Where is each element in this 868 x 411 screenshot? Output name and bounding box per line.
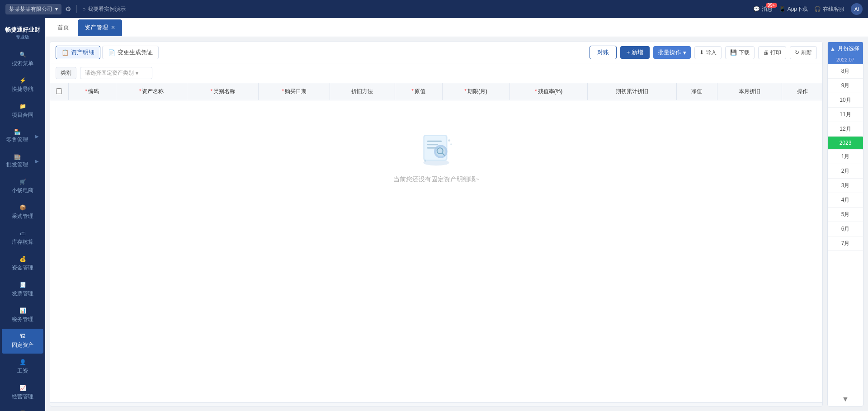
asset-table: *编码 *资产名称 *类别名称 *购买日期 折旧方法 *原值 *期限(月) *残… <box>50 83 822 100</box>
sub-tab-voucher[interactable]: 📄 变更生成凭证 <box>102 46 159 59</box>
tab-home[interactable]: 首页 <box>51 19 76 36</box>
content-area: 首页 资产管理 ✕ 📋 资产明细 📄 <box>45 18 868 411</box>
message-btn[interactable]: 💬 消息 99+ <box>753 5 773 13</box>
tax-label: 税务管理 <box>12 316 33 323</box>
sidebar-item-purchase[interactable]: 📦 采购管理 <box>2 200 43 225</box>
sidebar-item-search[interactable]: 🔍 搜索菜单 <box>2 47 43 72</box>
header-net-value: 净值 <box>676 83 717 100</box>
avatar-text: Ai <box>854 6 859 12</box>
print-button[interactable]: 🖨 打印 <box>758 46 786 59</box>
batch-label: 批量操作 <box>658 48 681 57</box>
svg-point-12 <box>424 160 426 162</box>
table-container: *编码 *资产名称 *类别名称 *购买日期 折旧方法 *原值 *期限(月) *残… <box>50 83 822 402</box>
sidebar-item-retail[interactable]: 🏪 零售管理 ▶ <box>2 124 43 148</box>
month-list: 8月 9月 10月 11月 12月 2023 1月 2月 3月 4月 5月 6月… <box>828 64 863 392</box>
sidebar-item-ecommerce[interactable]: 🛒 小畅电商 <box>2 174 43 199</box>
month-item-2[interactable]: 2月 <box>828 164 863 179</box>
month-item-3[interactable]: 3月 <box>828 179 863 193</box>
user-avatar[interactable]: Ai <box>851 3 863 15</box>
finance-label: 资金管理 <box>12 264 33 272</box>
detail-tab-icon: 📋 <box>61 49 69 56</box>
app-download-btn[interactable]: 📱 App下载 <box>779 5 808 13</box>
tab-bar: 首页 资产管理 ✕ <box>45 18 868 37</box>
select-all-checkbox[interactable] <box>56 88 62 94</box>
wholesale-arrow: ▶ <box>35 159 39 164</box>
month-panel-year-display: 2022.07 <box>828 55 863 64</box>
svg-point-11 <box>450 143 452 145</box>
download-button[interactable]: 💾 下载 <box>725 46 755 59</box>
retail-icon: 🏪 <box>14 129 21 135</box>
toolbar-right: 对账 + 新增 批量操作 ▾ ⬇ 导入 💾 <box>590 46 817 59</box>
sidebar-item-fixed-assets[interactable]: 🏗 固定资产 <box>2 329 43 354</box>
header-name: *资产名称 <box>116 83 187 100</box>
sidebar-item-quick-nav[interactable]: ⚡ 快捷导航 <box>2 73 43 98</box>
month-panel-prev[interactable]: ▲ <box>830 45 836 52</box>
inventory-icon: 🗃 <box>20 230 25 236</box>
company-selector[interactable]: 某某某某有限公司 ▾ <box>5 4 61 14</box>
sidebar-item-tax[interactable]: 📊 税务管理 <box>2 303 43 328</box>
demo-btn[interactable]: ○ 我要看实例演示 <box>82 5 126 13</box>
tab-asset-management[interactable]: 资产管理 ✕ <box>78 19 122 36</box>
add-label: + 新增 <box>627 48 643 57</box>
batch-button[interactable]: 批量操作 ▾ <box>653 46 691 59</box>
main-panel: 📋 资产明细 📄 变更生成凭证 对账 + 新增 <box>50 42 823 406</box>
tab-close-btn[interactable]: ✕ <box>111 24 115 31</box>
month-item-10[interactable]: 10月 <box>828 93 863 108</box>
voucher-tab-icon: 📄 <box>108 49 115 56</box>
header-operation: 操作 <box>782 83 822 100</box>
duizhang-button[interactable]: 对账 <box>590 46 617 59</box>
top-bar-left: 某某某某有限公司 ▾ ⚙ ○ 我要看实例演示 <box>5 4 749 14</box>
month-item-6[interactable]: 6月 <box>828 222 863 236</box>
ecommerce-icon: 🛒 <box>19 179 26 185</box>
settings-icon[interactable]: ⚙ <box>65 5 71 13</box>
month-item-5[interactable]: 5月 <box>828 208 863 222</box>
bottom-scrollbar[interactable] <box>50 402 822 406</box>
svg-rect-3 <box>427 141 442 142</box>
add-button[interactable]: + 新增 <box>620 46 650 59</box>
month-item-1[interactable]: 1月 <box>828 150 863 164</box>
page-content: 📋 资产明细 📄 变更生成凭证 对账 + 新增 <box>45 37 868 411</box>
inventory-label: 库存核算 <box>12 238 33 246</box>
sub-tab-left: 📋 资产明细 📄 变更生成凭证 <box>56 46 159 59</box>
tax-icon: 📊 <box>19 307 26 314</box>
sidebar-item-ledger[interactable]: 📒 总账管理 <box>2 406 43 411</box>
import-button[interactable]: ⬇ 导入 <box>694 46 722 59</box>
month-panel-down-btn[interactable]: ▼ <box>842 395 849 403</box>
refresh-button[interactable]: ↻ 刷新 <box>790 46 817 59</box>
sub-tab-detail[interactable]: 📋 资产明细 <box>56 46 100 59</box>
sidebar-item-inventory[interactable]: 🗃 库存核算 <box>2 226 43 250</box>
download-label: 下载 <box>739 49 750 57</box>
month-item-12[interactable]: 12月 <box>828 122 863 137</box>
empty-illustration <box>414 128 459 168</box>
month-item-8[interactable]: 8月 <box>828 64 863 79</box>
svg-point-10 <box>448 139 450 142</box>
header-category: *类别名称 <box>187 83 259 100</box>
tab-home-label: 首页 <box>57 24 69 32</box>
business-icon: 📈 <box>19 385 26 391</box>
fixed-assets-icon: 🏗 <box>20 333 25 340</box>
filter-category-select[interactable]: 请选择固定资产类别 ▾ <box>80 67 152 79</box>
month-item-11[interactable]: 11月 <box>828 108 863 122</box>
purchase-icon: 📦 <box>19 204 26 211</box>
header-depreciation-method: 折旧方法 <box>330 83 395 100</box>
top-bar: 某某某某有限公司 ▾ ⚙ ○ 我要看实例演示 💬 消息 99+ 📱 App下载 … <box>0 0 868 18</box>
payroll-icon: 👤 <box>19 359 26 365</box>
filter-bar: 类别 请选择固定资产类别 ▾ <box>50 63 822 83</box>
ecommerce-label: 小畅电商 <box>12 187 33 194</box>
sidebar-item-payroll[interactable]: 👤 工资 <box>2 354 43 379</box>
sidebar-item-project[interactable]: 📁 项目合同 <box>2 99 43 123</box>
month-item-7[interactable]: 7月 <box>828 236 863 251</box>
online-service-btn[interactable]: 🎧 在线客服 <box>814 5 844 13</box>
sidebar-item-invoice[interactable]: 🧾 发票管理 <box>2 277 43 302</box>
month-item-9[interactable]: 9月 <box>828 79 863 93</box>
company-name: 某某某某有限公司 <box>9 5 52 13</box>
quick-nav-label: 快捷导航 <box>12 85 33 93</box>
sidebar-item-finance[interactable]: 💰 资金管理 <box>2 251 43 276</box>
sidebar: 畅捷通好业财 专业版 🔍 搜索菜单 ⚡ 快捷导航 📁 项目合同 🏪 零售管理 ▶… <box>0 18 45 411</box>
month-item-2023[interactable]: 2023 <box>828 137 863 150</box>
sidebar-item-wholesale[interactable]: 🏬 批发管理 ▶ <box>2 149 43 173</box>
retail-arrow: ▶ <box>35 134 39 139</box>
month-item-4[interactable]: 4月 <box>828 193 863 208</box>
sidebar-item-business[interactable]: 📈 经营管理 <box>2 380 43 405</box>
refresh-label: 刷新 <box>801 49 812 57</box>
